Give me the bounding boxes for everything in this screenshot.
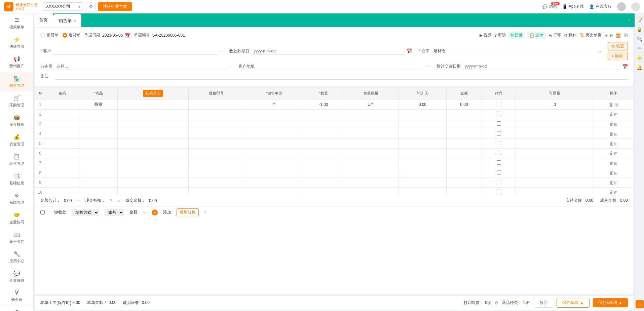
cell-product[interactable]: 拆货: [79, 100, 118, 110]
payment-calendar-icon[interactable]: 📅: [406, 48, 412, 54]
right-icon-edit[interactable]: 📝: [636, 16, 644, 24]
delete-row-icon[interactable]: 🗑: [609, 141, 614, 146]
delete-row-icon[interactable]: 🗑: [609, 121, 614, 127]
cell-barcode[interactable]: [45, 168, 79, 178]
cell-unit[interactable]: [244, 129, 304, 139]
cell-amount[interactable]: [446, 139, 482, 149]
company-selector[interactable]: XXXXXX公司 ▾: [43, 2, 83, 11]
save-new-button[interactable]: 保存&新增 ▲: [593, 298, 628, 307]
cell-qty[interactable]: [304, 149, 343, 158]
cell-unit[interactable]: [244, 168, 304, 178]
radio-sale[interactable]: 销货单: [40, 32, 59, 38]
close-window-icon[interactable]: ×: [623, 17, 635, 23]
delete-row-icon[interactable]: 🗑: [609, 131, 614, 137]
cell-price[interactable]: [399, 110, 446, 119]
addr-dots-icon[interactable]: ···: [426, 64, 430, 69]
gift-checkbox[interactable]: [497, 131, 501, 135]
message-button[interactable]: 💬 消息 99+: [542, 4, 557, 9]
sidebar-item-marketing[interactable]: 📢 营销推广: [0, 52, 33, 72]
cell-unit[interactable]: [244, 178, 304, 188]
cell-qty[interactable]: [304, 178, 343, 188]
cell-unit[interactable]: [244, 158, 304, 168]
delete-row-icon[interactable]: 🗑: [609, 102, 613, 107]
setting-button[interactable]: ⚙ 设置: [608, 42, 628, 50]
cell-pkg-qty[interactable]: 1个: [343, 100, 399, 110]
avatar2[interactable]: [631, 2, 640, 11]
right-icon-star[interactable]: ⭐: [636, 54, 644, 62]
radio-return[interactable]: 退货单: [63, 32, 81, 38]
sidebar-item-operation[interactable]: 📋 经营管理: [0, 150, 33, 169]
prev-icon[interactable]: ◀: [604, 33, 607, 38]
cell-barcode[interactable]: [45, 110, 79, 119]
cell-qty[interactable]: -1.00: [304, 100, 343, 110]
logistics-button[interactable]: + 物流: [608, 52, 628, 60]
cell-amount[interactable]: [446, 158, 482, 168]
sidebar-item-inventory[interactable]: 📦 库存核算: [0, 111, 33, 130]
sidebar-item-member[interactable]: V 畅会员: [0, 286, 33, 306]
cell-pkg-qty[interactable]: [343, 158, 399, 168]
cell-barcode[interactable]: [45, 139, 79, 149]
warehouse-dots-icon[interactable]: ···: [598, 49, 601, 53]
cell-spec[interactable]: [189, 168, 244, 178]
cell-spec[interactable]: [189, 158, 244, 168]
cell-unit[interactable]: [244, 188, 304, 195]
video-link[interactable]: ▶ 视频: [480, 32, 492, 38]
grid-view-icon[interactable]: ▦: [616, 32, 621, 38]
select-link[interactable]: 📋 选单: [527, 32, 545, 39]
operate-link[interactable]: ⚙ 操作: [564, 32, 577, 38]
cell-barcode[interactable]: [45, 129, 79, 139]
sidebar-item-settings-bottom[interactable]: ⚙: [0, 306, 33, 311]
cell-amount[interactable]: [446, 168, 482, 178]
cell-price[interactable]: [399, 168, 446, 178]
shortcut-link[interactable]: 快捷键: [508, 32, 525, 39]
expense-help-icon[interactable]: ?: [204, 210, 206, 215]
gift-checkbox[interactable]: [497, 180, 501, 184]
gift-checkbox[interactable]: [497, 170, 501, 174]
cell-product[interactable]: [79, 139, 118, 149]
settings-icon[interactable]: ⚙: [86, 2, 96, 11]
cell-pkg-qty[interactable]: [343, 119, 399, 129]
cell-amount[interactable]: [446, 149, 482, 158]
cell-unit[interactable]: [244, 139, 304, 149]
cell-price[interactable]: [399, 188, 446, 195]
print-settings-icon[interactable]: ⚙: [495, 301, 498, 305]
cell-spec[interactable]: [189, 110, 244, 119]
right-icon-lock[interactable]: 🔒: [636, 26, 644, 34]
cell-product[interactable]: [79, 149, 118, 158]
delete-row-icon[interactable]: 🗑: [609, 151, 614, 156]
save-draft-button[interactable]: 保存草稿 ▲: [557, 298, 590, 308]
cell-pkg-qty[interactable]: [343, 139, 399, 149]
delete-row-icon[interactable]: 🗑: [609, 180, 614, 185]
cell-spec[interactable]: [189, 149, 244, 158]
cell-qty[interactable]: [304, 110, 343, 119]
cell-product[interactable]: [79, 178, 118, 188]
copy-row-icon[interactable]: ⊞: [614, 181, 617, 185]
gift-checkbox[interactable]: [497, 112, 501, 116]
cell-barcode[interactable]: [45, 188, 79, 195]
cell-price[interactable]: 0.00: [399, 100, 446, 110]
sidebar-item-purchase[interactable]: 🛒 采购管理: [0, 91, 33, 111]
cell-amount[interactable]: [446, 178, 482, 188]
copy-row-icon[interactable]: ⊞: [614, 112, 617, 117]
delete-row-icon[interactable]: 🗑: [609, 112, 614, 117]
gift-checkbox[interactable]: [497, 160, 501, 165]
cell-barcode[interactable]: [45, 149, 79, 158]
delete-row-icon[interactable]: 🗑: [609, 170, 614, 176]
scan-button[interactable]: 扫码录入: [143, 90, 163, 97]
cell-product[interactable]: [79, 158, 118, 168]
cell-product[interactable]: [79, 129, 118, 139]
copy-row-icon[interactable]: ⊞: [614, 142, 617, 146]
next-icon[interactable]: ▶: [610, 33, 613, 38]
cell-amount[interactable]: 0.00: [446, 100, 482, 110]
dots-icon[interactable]: ···: [143, 210, 146, 215]
gift-checkbox[interactable]: [497, 151, 501, 155]
list-view-icon[interactable]: ⊞: [623, 32, 628, 38]
cell-pkg-qty[interactable]: [343, 110, 399, 119]
cell-amount[interactable]: [446, 119, 482, 129]
cell-barcode[interactable]: [45, 158, 79, 168]
cell-price[interactable]: [399, 129, 446, 139]
cell-unit[interactable]: [244, 119, 304, 129]
payment-method-select[interactable]: 结算方式: [72, 209, 99, 216]
app-download-button[interactable]: 📱 App下载: [562, 4, 584, 9]
sidebar-item-collab[interactable]: 🤝 企业协同: [0, 208, 33, 228]
